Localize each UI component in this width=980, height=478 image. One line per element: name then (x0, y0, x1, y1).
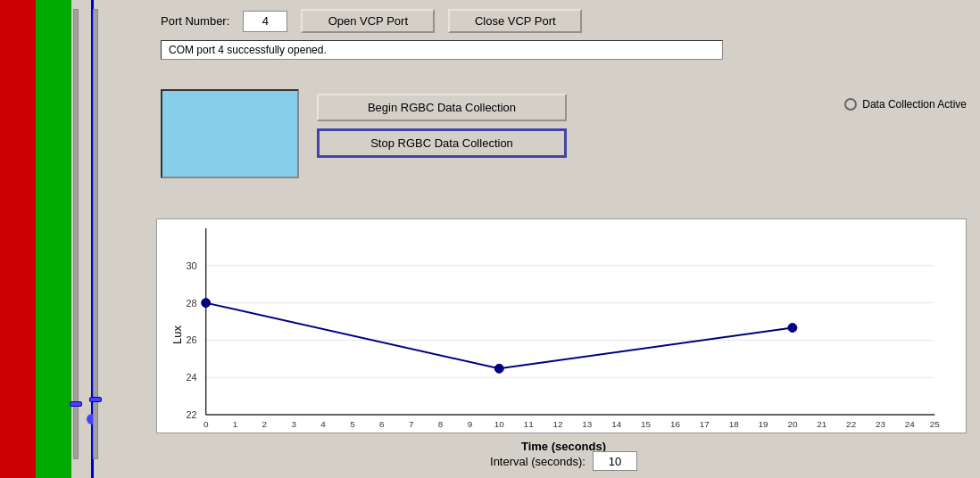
svg-text:19: 19 (759, 419, 769, 429)
sliders-area (73, 4, 98, 459)
slider-thumb-1[interactable] (70, 401, 82, 407)
svg-text:12: 12 (552, 419, 563, 429)
svg-text:14: 14 (611, 419, 622, 429)
open-vcp-button[interactable]: Open VCP Port (301, 9, 435, 33)
interval-input[interactable] (593, 451, 637, 471)
svg-text:9: 9 (468, 419, 473, 429)
svg-text:1: 1 (233, 419, 238, 429)
svg-text:10: 10 (494, 419, 505, 429)
svg-text:20: 20 (787, 419, 798, 429)
interval-row: Interval (seconds): (147, 451, 980, 471)
port-input[interactable] (243, 11, 287, 32)
stop-collection-button[interactable]: Stop RGBC Data Collection (317, 128, 567, 158)
svg-text:6: 6 (379, 419, 385, 429)
chart-container: Lux 22 24 26 28 30 (156, 218, 967, 433)
chart-area: Lux 22 24 26 28 30 (147, 214, 980, 478)
status-message: COM port 4 successfully opened. (161, 40, 723, 60)
data-point-2 (788, 324, 797, 333)
slider-track-1[interactable] (73, 9, 79, 459)
middle-area: Begin RGBC Data Collection Stop RGBC Dat… (147, 80, 980, 214)
data-point-1 (494, 364, 503, 373)
svg-text:24: 24 (187, 372, 197, 383)
svg-text:7: 7 (409, 419, 414, 429)
svg-text:21: 21 (817, 419, 827, 429)
color-preview (161, 89, 299, 178)
red-bar (0, 0, 36, 478)
svg-text:28: 28 (187, 298, 197, 309)
close-vcp-button[interactable]: Close VCP Port (448, 9, 582, 33)
svg-text:30: 30 (187, 260, 197, 271)
radio-button[interactable] (844, 98, 857, 111)
slider-track-2[interactable] (93, 9, 98, 459)
status-row: COM port 4 successfully opened. (161, 40, 967, 60)
svg-text:16: 16 (670, 419, 681, 429)
begin-collection-button[interactable]: Begin RGBC Data Collection (317, 94, 567, 121)
svg-text:11: 11 (524, 419, 535, 429)
svg-text:2: 2 (262, 419, 268, 429)
port-label: Port Number: (161, 14, 229, 28)
interval-label: Interval (seconds): (490, 455, 586, 468)
svg-text:18: 18 (729, 419, 740, 429)
slider-thumb-2[interactable] (89, 397, 102, 402)
radio-label: Data Collection Active (862, 98, 967, 111)
svg-text:24: 24 (905, 419, 916, 429)
svg-text:23: 23 (876, 419, 886, 429)
lux-chart: Lux 22 24 26 28 30 (157, 219, 966, 433)
svg-text:17: 17 (700, 419, 710, 429)
main-window: Port Number: Open VCP Port Close VCP Por… (0, 0, 980, 478)
svg-text:5: 5 (350, 419, 355, 429)
svg-text:26: 26 (187, 334, 197, 345)
svg-text:13: 13 (582, 419, 593, 429)
svg-text:22: 22 (846, 419, 857, 429)
y-axis-label: Lux (170, 325, 184, 343)
radio-area: Data Collection Active (844, 89, 967, 111)
data-point-0 (202, 299, 211, 308)
svg-text:4: 4 (320, 419, 326, 429)
svg-text:15: 15 (641, 419, 652, 429)
green-bar (36, 0, 71, 478)
svg-text:8: 8 (438, 419, 444, 429)
port-row: Port Number: Open VCP Port Close VCP Por… (161, 9, 967, 33)
top-area: Port Number: Open VCP Port Close VCP Por… (147, 0, 980, 80)
svg-text:22: 22 (187, 409, 197, 420)
collection-buttons: Begin RGBC Data Collection Stop RGBC Dat… (317, 89, 567, 158)
svg-text:0: 0 (203, 419, 209, 429)
svg-text:3: 3 (291, 419, 296, 429)
svg-text:25: 25 (930, 419, 941, 429)
chart-line (206, 303, 793, 369)
